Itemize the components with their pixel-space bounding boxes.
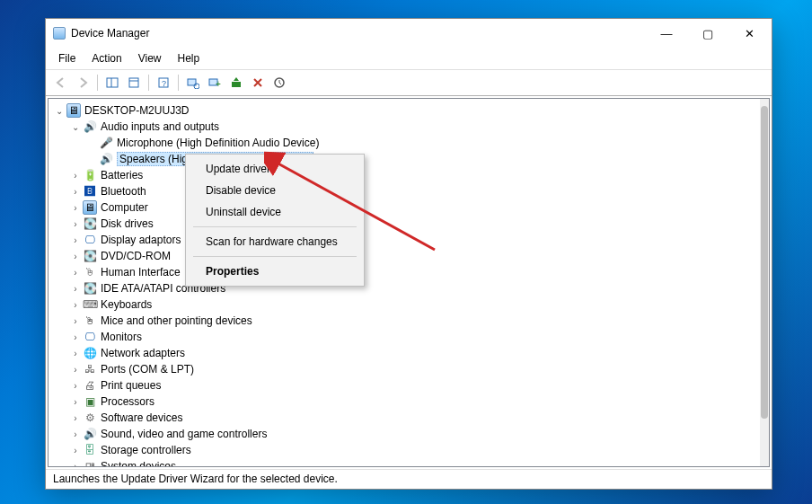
expand-icon[interactable]: › [70,268,81,278]
tree-item-label: Storage controllers [101,444,191,456]
back-button[interactable] [51,73,71,93]
tree-device-audio-1[interactable]: 🔊Speakers (High Definition Audio Device) [49,151,769,167]
minimize-button[interactable]: — [646,19,687,48]
tree-category-15[interactable]: ›⚙Software devices [49,410,769,426]
tree-category-16[interactable]: ›🔊Sound, video and game controllers [49,426,769,442]
add-legacy-hardware-button[interactable]: + [205,73,225,93]
expand-icon[interactable]: › [70,171,81,181]
disk-icon: 💽 [83,249,97,263]
menu-view[interactable]: View [131,49,169,67]
tree-category-audio[interactable]: ⌄🔊Audio inputs and outputs [49,119,769,135]
tree-root[interactable]: ⌄🖥DESKTOP-M2UUJ3D [49,102,769,119]
tree-category-13[interactable]: ›🖨Print queues [49,377,769,393]
help-button[interactable]: ? [154,73,173,93]
tree-category-2[interactable]: ›🖥Computer [49,199,769,216]
svg-rect-2 [129,78,138,87]
properties-button[interactable] [124,73,144,93]
device-tree[interactable]: ⌄🖥DESKTOP-M2UUJ3D⌄🔊Audio inputs and outp… [49,99,769,466]
tree-category-14[interactable]: ›▣Processors [49,393,769,410]
scan-hardware-button[interactable] [183,73,203,93]
expand-icon[interactable]: › [70,235,81,245]
tree-device-audio-0[interactable]: 🎤Microphone (High Definition Audio Devic… [49,135,769,151]
expand-icon[interactable]: › [70,316,81,326]
tree-category-5[interactable]: ›💽DVD/CD-ROM [49,248,769,264]
expand-icon[interactable]: › [70,413,81,423]
expand-icon[interactable]: › [70,187,81,197]
tree-item-label: Processors [101,395,154,408]
kb-icon: ⌨ [83,297,97,312]
collapse-icon[interactable]: ⌄ [54,106,65,116]
scrollbar-thumb[interactable] [761,106,768,419]
tree-item-label: Human Interface [101,266,181,279]
statusbar-text: Launches the Update Driver Wizard for th… [53,473,338,485]
print-icon: 🖨 [83,378,97,393]
soft-icon: ⚙ [83,411,97,425]
batt-icon: 🔋 [83,168,97,182]
tree-category-12[interactable]: ›🖧Ports (COM & LPT) [49,361,769,377]
expand-icon[interactable]: › [70,300,81,310]
tree-category-4[interactable]: ›🖵Display adaptors [49,232,769,248]
context-update-driver[interactable]: Update driver [188,158,362,180]
tree-item-label: DVD/CD-ROM [101,250,171,262]
tree-category-6[interactable]: ›🖰Human Interface [49,264,769,280]
svg-point-7 [194,84,199,89]
toolbar: ? + [46,70,772,96]
tree-item-label: Batteries [101,169,143,181]
sys-icon: 🖳 [83,459,97,466]
uninstall-device-button[interactable] [248,73,268,93]
menu-help[interactable]: Help [171,49,207,67]
tree-item-label: Display adaptors [101,234,181,246]
expand-icon[interactable]: › [70,381,81,391]
tree-category-18[interactable]: ›🖳System devices [49,458,769,466]
tree-item-label: Network adapters [101,347,185,359]
menu-file[interactable]: File [51,49,83,67]
expand-icon[interactable]: › [70,203,81,213]
tree-category-10[interactable]: ›🖵Monitors [49,329,769,345]
tree-item-label: Software devices [101,411,182,424]
forward-button[interactable] [73,73,93,93]
disable-device-button[interactable] [269,73,289,93]
context-disable-device[interactable]: Disable device [188,180,362,201]
vertical-scrollbar[interactable] [760,99,769,466]
tree-category-7[interactable]: ›💽IDE ATA/ATAPI controllers [49,280,769,296]
tree-item-label: Mice and other pointing devices [101,314,252,327]
device-tree-panel: ⌄🖥DESKTOP-M2UUJ3D⌄🔊Audio inputs and outp… [48,98,770,467]
tree-category-17[interactable]: ›🗄Storage controllers [49,442,769,458]
tree-item-label: Keyboards [101,298,152,311]
collapse-icon[interactable]: ⌄ [70,122,81,132]
menu-action[interactable]: Action [84,49,128,67]
close-button[interactable]: ✕ [728,19,770,48]
titlebar[interactable]: Device Manager — ▢ ✕ [46,19,772,48]
update-driver-button[interactable] [226,73,246,93]
expand-icon[interactable]: › [70,365,81,375]
disk-icon: 💽 [83,281,97,296]
tree-category-8[interactable]: ›⌨Keyboards [49,296,769,313]
context-properties[interactable]: Properties [188,261,362,282]
tree-item-label: Bluetooth [101,185,146,198]
expand-icon[interactable]: › [70,446,81,455]
disk-icon: 💽 [83,217,97,231]
tree-category-0[interactable]: ›🔋Batteries [49,167,769,183]
net-icon: 🌐 [83,346,97,360]
app-icon [53,27,66,40]
pc-icon: 🖥 [66,103,81,118]
tree-category-1[interactable]: ›🅱Bluetooth [49,183,769,199]
expand-icon[interactable]: › [70,332,81,342]
tree-category-3[interactable]: ›💽Disk drives [49,216,769,232]
context-separator [193,226,357,227]
expand-icon[interactable]: › [70,349,81,358]
context-uninstall-device[interactable]: Uninstall device [188,201,362,223]
tree-category-11[interactable]: ›🌐Network adapters [49,345,769,361]
expand-icon[interactable]: › [70,397,81,407]
maximize-button[interactable]: ▢ [687,19,728,48]
context-scan-hardware[interactable]: Scan for hardware changes [188,231,362,252]
pc-icon: 🖥 [83,200,97,215]
expand-icon[interactable]: › [70,219,81,229]
expand-icon[interactable]: › [70,429,81,439]
expand-icon[interactable]: › [70,462,81,467]
expand-icon[interactable]: › [70,252,81,261]
show-hide-console-button[interactable] [102,73,122,93]
tree-category-9[interactable]: ›🖱Mice and other pointing devices [49,313,769,329]
expand-icon[interactable]: › [70,284,81,294]
tree-item-label: Microphone (High Definition Audio Device… [117,137,319,149]
